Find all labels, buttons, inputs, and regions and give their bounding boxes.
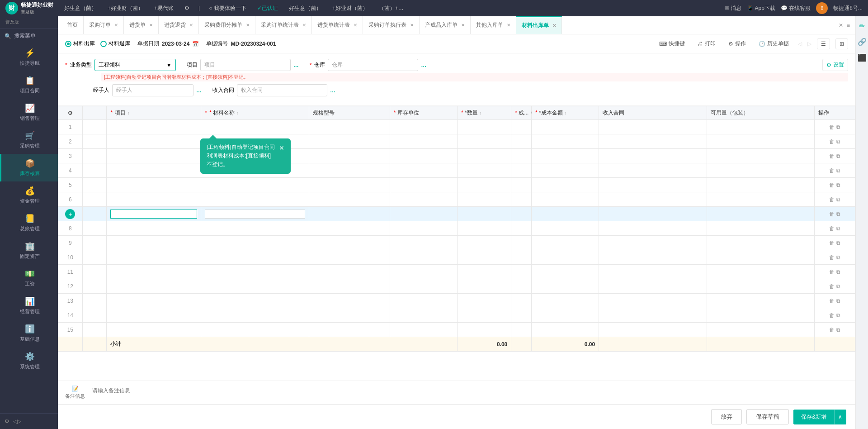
copy-row-btn[interactable]: ⧉: [836, 327, 840, 333]
delete-row-btn[interactable]: 🗑: [829, 298, 835, 304]
topnav-good-biz2[interactable]: 好生意（菌）: [285, 3, 325, 14]
delete-row-btn[interactable]: 🗑: [829, 124, 835, 130]
message-btn[interactable]: ✉ 消息: [725, 5, 741, 12]
tab-close-po-exec[interactable]: ✕: [410, 23, 414, 28]
biz-type-input[interactable]: 工程领料 ▼: [94, 59, 176, 71]
save-draft-btn[interactable]: 保存草稿: [746, 409, 789, 424]
tab-close-material-out[interactable]: ✕: [552, 23, 556, 28]
sidebar-search[interactable]: 🔍 搜索菜单: [0, 29, 58, 43]
form-settings-btn[interactable]: ⚙ 设置: [822, 59, 848, 71]
tab-close-purchase-fee[interactable]: ✕: [246, 23, 250, 28]
print-btn[interactable]: 🖨 打印: [694, 38, 719, 49]
tab-close-inbound-return[interactable]: ✕: [189, 23, 193, 28]
handler-input[interactable]: 经手人: [112, 84, 193, 96]
row7-material-input[interactable]: [205, 210, 305, 219]
tab-inbound-stats[interactable]: 进货单统计表 ✕: [312, 16, 363, 34]
tab-po-stats[interactable]: 采购订单统计表 ✕: [255, 16, 312, 34]
delete-row-btn[interactable]: 🗑: [829, 254, 835, 261]
sidebar-item-sales[interactable]: 📈 销售管理: [0, 99, 58, 126]
rp-edit-icon[interactable]: ✏: [857, 20, 867, 32]
delete-row-btn[interactable]: 🗑: [829, 283, 835, 290]
sidebar-item-base[interactable]: ℹ️ 基础信息: [0, 319, 58, 347]
delete-row-btn[interactable]: 🗑: [829, 182, 835, 188]
copy-row-btn[interactable]: ⧉: [836, 312, 840, 319]
tab-inbound[interactable]: 进货单 ✕: [124, 16, 159, 34]
topnav-more[interactable]: （菌）+…: [375, 3, 407, 14]
copy-row-btn[interactable]: ⧉: [836, 240, 840, 246]
tooltip-close-btn[interactable]: ✕: [279, 143, 284, 153]
topnav-experience[interactable]: ○ 我要体验一下: [205, 3, 250, 14]
grid-view-btn[interactable]: ⊞: [835, 38, 848, 49]
delete-row-btn[interactable]: 🗑: [829, 153, 835, 159]
topnav-easy-account[interactable]: +易代账: [151, 3, 177, 14]
calendar-icon[interactable]: 📅: [192, 41, 199, 47]
copy-row-btn[interactable]: ⧉: [836, 254, 840, 261]
online-service-btn[interactable]: 💬 在线客服: [781, 5, 811, 12]
warehouse-dots-btn[interactable]: …: [421, 62, 426, 68]
tab-more[interactable]: ≡: [847, 22, 850, 29]
topnav-good-finance[interactable]: +好业财（菌）: [104, 3, 147, 14]
delete-row-btn[interactable]: 🗑: [829, 269, 835, 275]
user-avatar[interactable]: 8: [816, 2, 828, 14]
copy-row-btn[interactable]: ⧉: [836, 167, 840, 174]
radio-material-out[interactable]: 材料出库: [65, 40, 95, 48]
save-new-arrow-btn[interactable]: ∧: [834, 410, 846, 424]
delete-row-btn[interactable]: 🗑: [829, 167, 835, 174]
tab-close-inbound-stats[interactable]: ✕: [354, 23, 357, 28]
tab-purchase-order[interactable]: 采购订单 ✕: [84, 16, 124, 34]
sidebar-item-ledger[interactable]: 📒 总账管理: [0, 209, 58, 237]
tab-purchase-fee[interactable]: 采购费用分摊单 ✕: [199, 16, 255, 34]
sidebar-item-inventory[interactable]: 📦 库存核算: [0, 154, 58, 181]
tab-close-po[interactable]: ✕: [114, 23, 118, 28]
delete-row-btn[interactable]: 🗑: [829, 312, 835, 319]
project-dots-btn[interactable]: …: [293, 62, 299, 68]
delete-row-btn[interactable]: 🗑: [829, 211, 835, 217]
warehouse-input[interactable]: 仓库: [328, 59, 418, 71]
delete-row-btn[interactable]: 🗑: [829, 327, 835, 333]
delete-row-btn[interactable]: 🗑: [829, 138, 835, 145]
sidebar-settings-icon[interactable]: ⚙: [5, 418, 9, 424]
sidebar-item-purchase[interactable]: 🛒 采购管理: [0, 126, 58, 154]
delete-row-btn[interactable]: 🗑: [829, 196, 835, 203]
delete-row-btn[interactable]: 🗑: [829, 225, 835, 232]
sidebar-item-system[interactable]: ⚙️ 系统管理: [0, 347, 58, 375]
tab-close-po-stats[interactable]: ✕: [302, 23, 306, 28]
user-name[interactable]: 畅捷通8号...: [833, 5, 863, 12]
operate-btn[interactable]: ⚙ 操作: [725, 38, 750, 49]
copy-row-btn[interactable]: ⧉: [836, 124, 840, 130]
app-download-btn[interactable]: 📱 App下载: [747, 5, 775, 12]
sidebar-item-project[interactable]: 📋 项目合同: [0, 71, 58, 99]
sidebar-item-assets[interactable]: 🏢 固定资产: [0, 237, 58, 264]
history-btn[interactable]: 🕐 历史单据: [755, 38, 793, 49]
copy-row-btn[interactable]: ⧉: [836, 211, 840, 217]
topnav-settings-icon[interactable]: ⚙: [181, 3, 193, 13]
sidebar-item-quick-nav[interactable]: ⚡ 快捷导航: [0, 43, 58, 71]
copy-row-btn[interactable]: ⧉: [836, 225, 840, 232]
copy-row-btn[interactable]: ⧉: [836, 269, 840, 275]
tab-inbound-return[interactable]: 进货退货 ✕: [159, 16, 199, 34]
handler-dots-btn[interactable]: …: [196, 87, 202, 94]
rp-link-icon[interactable]: 🔗: [856, 36, 868, 48]
add-row-btn[interactable]: +: [65, 209, 75, 219]
income-contract-input[interactable]: 收入合同: [237, 84, 327, 96]
quick-key-btn[interactable]: ⌨ 快捷键: [656, 38, 689, 49]
abandon-btn[interactable]: 放弃: [711, 409, 742, 424]
copy-row-btn[interactable]: ⧉: [836, 298, 840, 304]
income-contract-dots-btn[interactable]: …: [330, 87, 335, 94]
sidebar-collapse-icon[interactable]: ◁▷: [13, 418, 21, 424]
note-input[interactable]: [90, 386, 848, 396]
tab-po-exec[interactable]: 采购订单执行表 ✕: [363, 16, 420, 34]
topnav-good-finance2[interactable]: +好业财（菌）: [329, 3, 372, 14]
copy-row-btn[interactable]: ⧉: [836, 196, 840, 203]
sidebar-item-salary[interactable]: 💵 工资: [0, 264, 58, 292]
sidebar-item-finance[interactable]: 💰 资金管理: [0, 181, 58, 209]
radio-material-return[interactable]: 材料退库: [100, 40, 130, 48]
row7-project-input[interactable]: [110, 210, 197, 219]
copy-row-btn[interactable]: ⧉: [836, 182, 840, 188]
save-new-main-btn[interactable]: 保存&新增: [793, 410, 834, 424]
project-input[interactable]: 项目: [200, 59, 291, 71]
tab-close-all[interactable]: ✕: [839, 22, 843, 29]
sidebar-item-ops[interactable]: 📊 经营管理: [0, 292, 58, 319]
tab-home[interactable]: 首页: [61, 16, 84, 34]
copy-row-btn[interactable]: ⧉: [836, 138, 840, 145]
